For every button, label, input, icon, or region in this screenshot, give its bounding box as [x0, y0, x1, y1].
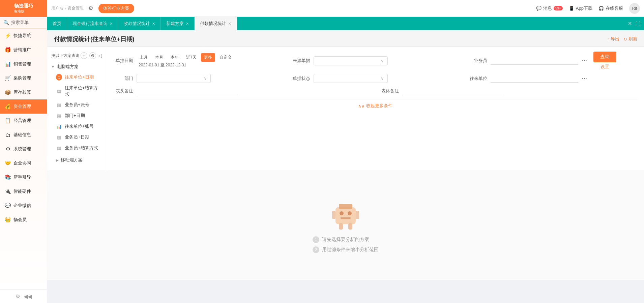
sidebar-item-quick-nav[interactable]: ⚡ 快捷导航: [0, 29, 47, 43]
scheme-item-dept-date[interactable]: ▦ 部门+日期: [47, 110, 106, 121]
marketing-icon: 🎁: [5, 47, 11, 53]
message-btn[interactable]: 💬 消息 99+: [536, 5, 563, 11]
date-filter-label: 单据日期: [113, 58, 133, 64]
filter-area: 单据日期 上月 本月 本年 近7天 更多 自定义 2022-01-01 至 20…: [106, 47, 644, 170]
scheme-add-btn[interactable]: +: [81, 52, 87, 59]
tab-payment-close[interactable]: ✕: [228, 22, 231, 26]
sidebar-item-sales[interactable]: 📊 销售管理: [0, 57, 47, 71]
industry-btn[interactable]: 体验行业方案: [98, 4, 134, 13]
system-icon: ⚙: [5, 146, 11, 152]
scheme-item-salesman-account[interactable]: ▦ 业务员+账号: [47, 99, 106, 110]
sidebar-item-label: 库存核算: [13, 89, 31, 95]
header-note-input[interactable]: [137, 87, 238, 95]
scheme-item-label: 部门+日期: [65, 113, 85, 119]
salesman-dots[interactable]: ···: [582, 58, 588, 64]
sidebar-settings-btn[interactable]: ⚙: [16, 293, 20, 300]
export-label: 导出: [611, 36, 619, 42]
tab-collection[interactable]: 收款情况统计 ✕: [118, 17, 161, 30]
breadcrumb-user: 用户名: [51, 5, 63, 11]
status-filter-label: 单据状态: [290, 75, 310, 82]
sidebar-collapse-btn[interactable]: ◀◀: [24, 293, 32, 300]
message-icon: 💬: [536, 6, 541, 11]
app-label: App下载: [576, 5, 592, 11]
partner-dots[interactable]: ···: [582, 75, 588, 82]
scheme-item-salesman-date[interactable]: ▦ 业务员+日期: [47, 132, 106, 143]
service-btn[interactable]: 🎧 在线客服: [598, 5, 623, 11]
sidebar-item-label: 采购管理: [13, 75, 31, 81]
sidebar-item-basic[interactable]: 🗂 基础信息: [0, 128, 47, 142]
status-select[interactable]: ∨: [314, 74, 388, 83]
body-note-input[interactable]: [402, 87, 503, 95]
tab-bank-flow[interactable]: 现金银行流水查询 ✕: [67, 17, 118, 30]
date-btn-this-month[interactable]: 本月: [152, 53, 166, 62]
date-btn-custom[interactable]: 自定义: [216, 53, 235, 62]
export-btn[interactable]: ↑ 导出: [607, 36, 620, 42]
sidebar-search[interactable]: 🔍 搜索菜单: [0, 17, 47, 29]
sidebar-item-enterprise[interactable]: 🤝 企业协同: [0, 156, 47, 170]
date-btn-7days[interactable]: 近7天: [183, 53, 200, 62]
sidebar-item-purchase[interactable]: 🛒 采购管理: [0, 71, 47, 85]
sidebar-item-label: 经营管理: [13, 118, 31, 124]
partner-filter-label: 往来单位: [467, 75, 487, 82]
scheme-item-label: 往来单位+账号: [65, 123, 94, 129]
empty-text: 1 请先选择要分析的方案 2 用过滤条件来缩小分析范围: [313, 236, 379, 253]
scheme-item-partner-settle[interactable]: ▦ 往来单位+结算方式: [47, 83, 106, 99]
tabbar-close-all-icon[interactable]: ✕: [628, 21, 632, 27]
query-btn[interactable]: 查询: [593, 52, 616, 62]
content-area: 按以下方案查询 + ⚙ ◁ ▼ 电脑端方案: [47, 47, 644, 170]
tab-collection-close[interactable]: ✕: [152, 22, 155, 26]
scheme-settings-btn[interactable]: ⚙: [89, 52, 96, 59]
sidebar-item-system[interactable]: ⚙ 系统管理: [0, 142, 47, 156]
dept-filter-label: 部门: [113, 75, 133, 82]
sidebar-item-label: 资金管理: [13, 103, 31, 110]
scheme-group-mobile: ▶ 移动端方案: [47, 155, 106, 165]
sidebar-item-hardware[interactable]: 🔌 智能硬件: [0, 184, 47, 199]
scheme-item-salesman-settle[interactable]: ▦ 业务员+结算方式: [47, 143, 106, 153]
empty-step-2: 2 用过滤条件来缩小分析范围: [313, 246, 379, 253]
source-select[interactable]: ∨: [314, 56, 388, 65]
page-header: 付款情况统计(往来单位+日期) ↑ 导出 ↻ 刷新: [47, 30, 644, 47]
sidebar-item-guide[interactable]: 📚 新手引导: [0, 170, 47, 184]
scheme-group-mobile-title[interactable]: ▶ 移动端方案: [47, 155, 106, 165]
date-btn-more[interactable]: 更多: [201, 53, 215, 62]
tab-bank-flow-close[interactable]: ✕: [110, 22, 113, 26]
add-icon: +: [83, 53, 85, 58]
user-avatar[interactable]: Rit: [629, 3, 640, 14]
logo-name: 畅捷通巧: [14, 3, 33, 9]
scheme-group-desktop: ▼ 电脑端方案 ⊙ 往来单位+日期 ▦ 往来单位+结算方式 ▦ 业务员+账号: [47, 62, 106, 153]
tab-payment[interactable]: 付款情况统计 ✕: [195, 17, 237, 30]
tabbar-expand-icon[interactable]: ⛶: [636, 21, 641, 27]
app-download-btn[interactable]: 📱 App下载: [569, 5, 592, 11]
svg-point-3: [348, 211, 352, 215]
sidebar-item-marketing[interactable]: 🎁 营销推广: [0, 43, 47, 57]
sidebar-item-wechat[interactable]: 💬 企业微信: [0, 199, 47, 213]
tab-new-scheme-close[interactable]: ✕: [186, 22, 189, 26]
sidebar-item-capital[interactable]: 💰 资金管理: [0, 99, 47, 114]
sidebar-item-operation[interactable]: 📋 经营管理: [0, 114, 47, 128]
partner-input[interactable]: [491, 74, 578, 83]
tab-home[interactable]: 首页: [47, 17, 67, 30]
topbar-gear-icon[interactable]: ⚙: [88, 5, 93, 11]
date-btn-this-year[interactable]: 本年: [168, 53, 182, 62]
sidebar-item-inventory[interactable]: 📦 库存核算: [0, 85, 47, 99]
scheme-group-desktop-title[interactable]: ▼ 电脑端方案: [47, 62, 106, 72]
scheme-item-partner-account[interactable]: 📊 往来单位+账号: [47, 121, 106, 132]
dept-select[interactable]: ∨: [137, 74, 211, 83]
settings-link[interactable]: 设置: [593, 64, 616, 70]
sidebar-item-label: 销售管理: [13, 61, 31, 67]
salesman-input[interactable]: [491, 57, 578, 65]
table-icon: ▦: [56, 113, 62, 119]
scheme-collapse-icon[interactable]: ◁: [98, 53, 102, 58]
scheme-panel-actions: + ⚙ ◁: [81, 52, 102, 59]
svg-point-2: [340, 211, 344, 215]
sidebar-item-member[interactable]: 👑 畅会员: [0, 213, 47, 227]
table-icon: ▦: [56, 102, 62, 108]
tab-new-scheme[interactable]: 新建方案 ✕: [161, 17, 195, 30]
collapse-bar[interactable]: ∧∧ 收起更多条件: [113, 99, 637, 112]
message-label: 消息: [543, 5, 552, 11]
source-filter-label: 来源单据: [290, 58, 310, 64]
wechat-icon: 💬: [5, 203, 11, 209]
scheme-item-partner-date[interactable]: ⊙ 往来单位+日期: [47, 72, 106, 83]
refresh-btn[interactable]: ↻ 刷新: [623, 36, 637, 42]
date-btn-last-month[interactable]: 上月: [137, 53, 151, 62]
